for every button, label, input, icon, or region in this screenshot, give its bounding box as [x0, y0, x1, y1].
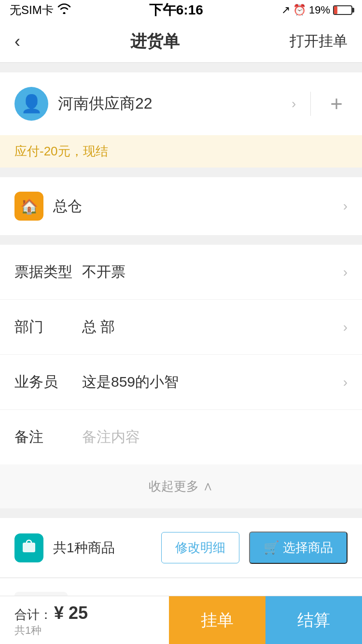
supplier-avatar: 👤	[14, 87, 48, 121]
nav-bar: ‹ 进货单 打开挂单	[0, 20, 362, 63]
salesman-value: 这是859的小智	[72, 372, 343, 392]
battery-percent: 19%	[309, 4, 330, 16]
location-icon: ↗	[281, 4, 290, 16]
gap-4	[0, 508, 362, 518]
product-header: 共1种商品 修改明细 🛒 选择商品	[0, 518, 362, 577]
svg-rect-0	[23, 543, 35, 552]
shopping-bag-icon	[21, 538, 37, 558]
modify-detail-button[interactable]: 修改明细	[161, 532, 239, 563]
supplier-section: 👤 河南供应商22 › +	[0, 72, 362, 135]
total-sub-label: 共1种	[14, 623, 154, 638]
battery-icon	[333, 5, 352, 15]
content-area: 👤 河南供应商22 › + 应付-20元，现结 🏠 总仓 › 票据类型 不开票 …	[0, 63, 362, 644]
ticket-type-row[interactable]: 票据类型 不开票 ›	[0, 245, 362, 300]
divider-vertical	[310, 92, 311, 116]
bottom-bar: 合计： ¥ 25 共1种 挂单 结算	[0, 596, 362, 644]
department-value: 总 部	[72, 317, 343, 337]
warehouse-icon: 🏠	[14, 192, 43, 221]
product-count-label: 共1种商品	[53, 539, 152, 557]
salesman-row[interactable]: 业务员 这是859的小智 ›	[0, 355, 362, 410]
status-right: ↗ ⏰ 19%	[281, 4, 352, 16]
warehouse-chevron-icon: ›	[343, 198, 348, 214]
form-section: 票据类型 不开票 › 部门 总 部 › 业务员 这是859的小智 › 备注 备注…	[0, 245, 362, 464]
ticket-type-value: 不开票	[72, 262, 343, 282]
sim-signal: 无SIM卡	[10, 2, 54, 18]
status-bar: 无SIM卡 下午6:16 ↗ ⏰ 19%	[0, 0, 362, 20]
hang-button[interactable]: 挂单	[169, 596, 265, 644]
department-chevron-icon: ›	[343, 320, 348, 335]
remark-input[interactable]: 备注内容	[72, 427, 348, 447]
warehouse-symbol: 🏠	[20, 198, 38, 215]
alarm-icon: ⏰	[293, 4, 306, 16]
wifi-icon	[57, 3, 71, 17]
salesman-chevron-icon: ›	[343, 375, 348, 390]
remark-row[interactable]: 备注 备注内容	[0, 410, 362, 464]
ticket-chevron-icon: ›	[343, 265, 348, 280]
select-product-label: 选择商品	[283, 539, 333, 556]
ticket-type-label: 票据类型	[14, 262, 72, 282]
total-label: 合计：	[14, 606, 52, 623]
avatar-icon: 👤	[21, 94, 42, 114]
warehouse-name: 总仓	[53, 196, 343, 216]
department-row[interactable]: 部门 总 部 ›	[0, 300, 362, 355]
add-supplier-button[interactable]: +	[325, 92, 348, 116]
cart-icon: 🛒	[264, 540, 279, 555]
product-divider	[0, 577, 362, 578]
salesman-label: 业务员	[14, 372, 72, 392]
department-label: 部门	[14, 317, 72, 337]
supplier-name-area[interactable]: 河南供应商22 ›	[58, 93, 296, 114]
status-left: 无SIM卡	[10, 2, 71, 18]
gap-3	[0, 235, 362, 245]
gap-1	[0, 63, 362, 72]
payment-info-banner: 应付-20元，现结	[0, 135, 362, 168]
remark-label: 备注	[14, 427, 72, 447]
total-amount: ¥ 25	[54, 603, 88, 623]
collapse-button[interactable]: 收起更多 ∧	[0, 464, 362, 508]
supplier-name: 河南供应商22	[58, 93, 153, 114]
total-area: 合计： ¥ 25 共1种	[0, 596, 169, 644]
settle-button[interactable]: 结算	[265, 596, 362, 644]
total-label-row: 合计： ¥ 25	[14, 603, 154, 623]
page-title: 进货单	[130, 30, 180, 53]
gap-2	[0, 168, 362, 177]
product-section-icon	[14, 533, 43, 562]
open-hang-button[interactable]: 打开挂单	[290, 31, 348, 51]
supplier-chevron-icon: ›	[292, 96, 296, 112]
select-product-button[interactable]: 🛒 选择商品	[249, 532, 348, 564]
status-time: 下午6:16	[149, 1, 203, 19]
back-button[interactable]: ‹	[14, 31, 20, 52]
warehouse-section[interactable]: 🏠 总仓 ›	[0, 177, 362, 235]
